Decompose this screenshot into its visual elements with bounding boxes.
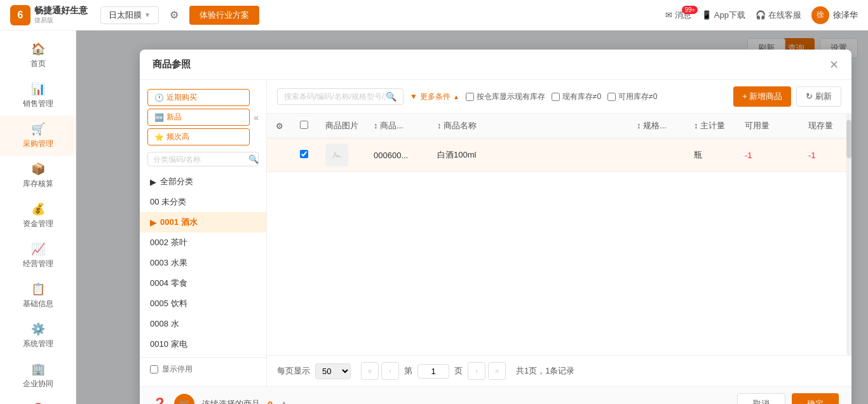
recent-purchase-label: 近期购买	[166, 92, 197, 103]
warehouse-filter-label: 按仓库显示现有库存	[477, 91, 545, 102]
tree-item-0005[interactable]: 0005 饮料	[140, 293, 266, 314]
row-checkbox[interactable]	[300, 150, 308, 158]
show-disabled-checkbox[interactable]	[150, 365, 158, 374]
recent-purchase-btn[interactable]: 🕐 近期购买	[147, 89, 250, 106]
tree-label-0001: 0001 酒水	[160, 217, 198, 228]
sidebar-item-enterprise[interactable]: 🏢 企业协同	[0, 356, 76, 396]
first-page-btn[interactable]: «	[361, 362, 379, 380]
star-icon: ⭐	[154, 133, 164, 142]
filter-chevron-icon: ▲	[453, 93, 459, 100]
next-page-btn[interactable]: ›	[468, 362, 485, 380]
message-icon: ✉	[665, 10, 672, 20]
available-filter-item[interactable]: 现有库存≠0	[552, 91, 601, 102]
table-row[interactable]: 000600... 白酒100ml 瓶 -1 -1	[267, 138, 851, 172]
table-scrollbar[interactable]	[846, 114, 851, 355]
tree-label-0008: 0008 水	[150, 318, 179, 330]
online-service-label: 在线客服	[768, 10, 801, 21]
page-label-text: 第	[404, 365, 412, 377]
col-unit-header[interactable]: ↕ 主计量	[686, 114, 737, 138]
category-search-box[interactable]: 🔍	[147, 152, 259, 166]
row-checkbox-cell[interactable]	[292, 138, 318, 172]
tree-item-0010[interactable]: 0010 家电	[140, 334, 266, 354]
sidebar-item-inventory[interactable]: 📦 库存核算	[0, 156, 76, 196]
page-number-input[interactable]	[417, 364, 449, 379]
page-navigation: « ‹ 第 页 › »	[361, 362, 506, 380]
add-product-btn[interactable]: + 新增商品	[733, 86, 791, 107]
last-page-btn[interactable]: »	[488, 362, 506, 380]
footer-left: ❓ 🛒 连续选择的商品 0 ∧	[153, 394, 288, 404]
scrollbar-thumb	[846, 120, 851, 158]
filter-icon: ▼	[410, 92, 417, 101]
col-stock-header: 现存量	[801, 114, 851, 138]
new-product-btn[interactable]: 🆕 新品	[147, 109, 250, 126]
app-name: 畅捷通好生意	[34, 5, 88, 16]
footer-collapse-icon[interactable]: ∧	[280, 398, 288, 405]
sidebar-item-finance[interactable]: 💰 资金管理	[0, 196, 76, 236]
warehouse-filter-item[interactable]: 按仓库显示现有库存	[466, 91, 545, 102]
product-search-box[interactable]: 🔍	[277, 88, 403, 105]
col-settings[interactable]: ⚙	[267, 114, 292, 138]
sidebar-item-home[interactable]: 🏠 首页	[0, 36, 76, 76]
sidebar: 🏠 首页 📊 销售管理 🛒 采购管理 📦 库存核算 💰 资金管理 📈 经营管理 …	[0, 30, 76, 404]
col-spec-label: ↕ 规格...	[637, 121, 667, 130]
trial-button[interactable]: 体验行业方案	[189, 6, 259, 25]
topbar: 6 畅捷通好生意 捷易版 日太阳膜 ▼ ⚙ 体验行业方案 ✉ 消息 99+ 📱 …	[0, 0, 868, 30]
select-all-checkbox[interactable]	[300, 121, 308, 129]
sidebar-item-purchase[interactable]: 🛒 采购管理	[0, 116, 76, 156]
toolbar-right-actions: + 新增商品 ↻ 刷新	[733, 86, 841, 107]
per-page-select[interactable]: 50 10 20 100	[315, 363, 351, 379]
show-disabled-label[interactable]: 显示停用	[162, 364, 193, 375]
sidebar-item-sales[interactable]: 📊 销售管理	[0, 76, 76, 116]
tree-item-all[interactable]: ▶ 全部分类	[140, 172, 266, 192]
available-filter-checkbox[interactable]	[552, 93, 560, 101]
col-spec-header[interactable]: ↕ 规格...	[629, 114, 686, 138]
sidebar-item-guide[interactable]: 🎯 新手引导	[0, 396, 76, 404]
product-search-input[interactable]	[284, 92, 386, 101]
store-selector[interactable]: 日太阳膜 ▼	[100, 6, 159, 24]
refresh-btn[interactable]: ↻ 刷新	[796, 86, 841, 107]
sidebar-item-system[interactable]: ⚙️ 系统管理	[0, 316, 76, 356]
cart-button[interactable]: 🛒	[174, 394, 194, 404]
tree-item-0001[interactable]: ▶ 0001 酒水	[140, 212, 266, 232]
confirm-button[interactable]: 确定	[792, 393, 839, 404]
messages-btn[interactable]: ✉ 消息 99+	[665, 10, 691, 21]
user-area[interactable]: 徐 徐泽华	[811, 6, 858, 24]
usable-filter-item[interactable]: 可用库存≠0	[607, 91, 657, 102]
sidebar-label-sales: 销售管理	[23, 98, 53, 109]
settings-icon[interactable]: ⚙	[164, 5, 184, 25]
tree-item-0002[interactable]: 0002 茶叶	[140, 232, 266, 253]
product-search-icon[interactable]: 🔍	[386, 91, 397, 102]
category-search-icon[interactable]: 🔍	[248, 154, 259, 164]
tree-item-0004[interactable]: 0004 零食	[140, 273, 266, 293]
usable-filter-checkbox[interactable]	[607, 93, 616, 101]
app-download-btn[interactable]: 📱 App下载	[702, 10, 745, 21]
warehouse-filter-checkbox[interactable]	[466, 93, 474, 101]
basic-icon: 📋	[31, 282, 45, 296]
sidebar-label-purchase: 采购管理	[23, 138, 53, 149]
row-code: 000600...	[366, 138, 430, 172]
col-code-header[interactable]: ↕ 商品...	[366, 114, 430, 138]
help-icon[interactable]: ❓	[153, 397, 166, 404]
sidebar-label-basic: 基础信息	[23, 299, 53, 309]
more-filter-btn[interactable]: ▼ 更多条件 ▲	[410, 91, 459, 102]
topbar-right: ✉ 消息 99+ 📱 App下载 🎧 在线客服 徐 徐泽华	[665, 6, 858, 24]
frequent-btn[interactable]: ⭐ 频次高	[147, 128, 250, 145]
prev-page-btn[interactable]: ‹	[381, 362, 399, 380]
cancel-button[interactable]: 取消	[737, 393, 785, 404]
modal-footer: ❓ 🛒 连续选择的商品 0 ∧ 取消 确定	[140, 386, 851, 404]
user-name: 徐泽华	[833, 10, 858, 21]
modal-header: 商品参照 ✕	[140, 50, 851, 80]
online-service-btn[interactable]: 🎧 在线客服	[756, 10, 801, 21]
sidebar-item-operation[interactable]: 📈 经营管理	[0, 236, 76, 276]
tree-item-00[interactable]: 00 未分类	[140, 192, 266, 212]
sidebar-item-basic[interactable]: 📋 基础信息	[0, 276, 76, 316]
col-unit-label: ↕ 主计量	[694, 121, 725, 130]
col-name-header[interactable]: ↕ 商品名称	[430, 114, 629, 138]
col-select-all[interactable]	[292, 114, 318, 138]
collapse-panel-btn[interactable]: «	[254, 112, 259, 123]
inventory-icon: 📦	[31, 162, 45, 176]
modal-close-button[interactable]: ✕	[829, 59, 839, 71]
tree-item-0008[interactable]: 0008 水	[140, 314, 266, 334]
category-search-input[interactable]	[153, 155, 248, 164]
tree-item-0003[interactable]: 0003 水果	[140, 253, 266, 273]
